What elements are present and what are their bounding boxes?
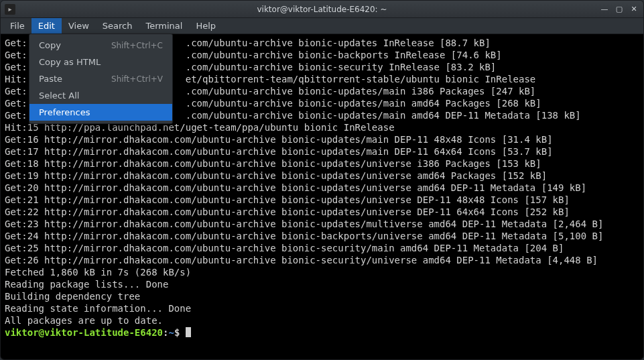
terminal-line: Get:19 http://mirror.dhakacom.com/ubuntu… — [5, 170, 639, 182]
terminal-line: Get:18 http://mirror.dhakacom.com/ubuntu… — [5, 158, 639, 170]
terminal-line: Fetched 1,860 kB in 7s (268 kB/s) — [5, 266, 639, 278]
terminal-line: Get:23 http://mirror.dhakacom.com/ubuntu… — [5, 218, 639, 230]
dropdown-copy-html[interactable]: Copy as HTML — [29, 54, 172, 70]
close-button[interactable]: ✕ — [627, 3, 641, 15]
menu-view[interactable]: View — [62, 18, 96, 34]
terminal-icon: ▸ — [5, 4, 15, 15]
dropdown-label: Select All — [39, 91, 79, 101]
dropdown-copy[interactable]: Copy Shift+Ctrl+C — [29, 37, 172, 54]
dropdown-label: Preferences — [39, 107, 90, 117]
dropdown-shortcut: Shift+Ctrl+C — [111, 41, 163, 50]
terminal-line: Reading state information... Done — [5, 302, 639, 314]
prompt-user-host: viktor@viktor-Latitude-E6420 — [5, 327, 163, 338]
terminal-line: Get:25 http://mirror.dhakacom.com/ubuntu… — [5, 242, 639, 254]
dropdown-shortcut: Shift+Ctrl+V — [111, 74, 163, 84]
dropdown-label: Copy — [39, 40, 61, 50]
terminal-line: All packages are up to date. — [5, 314, 639, 326]
window-title: viktor@viktor-Latitude-E6420: ~ — [257, 5, 387, 14]
terminal-line: Building dependency tree — [5, 290, 639, 302]
terminal-prompt[interactable]: viktor@viktor-Latitude-E6420:~$ — [5, 326, 639, 339]
dropdown-label: Paste — [39, 74, 62, 84]
cursor — [186, 327, 191, 337]
dropdown-preferences[interactable]: Preferences — [29, 104, 172, 121]
terminal-line: Get:20 http://mirror.dhakacom.com/ubuntu… — [5, 182, 639, 194]
terminal-line: Get:16 http://mirror.dhakacom.com/ubuntu… — [5, 133, 639, 145]
menu-terminal[interactable]: Terminal — [139, 18, 189, 34]
dropdown-label: Copy as HTML — [39, 57, 101, 67]
prompt-suffix: $ — [174, 327, 186, 338]
dropdown-paste[interactable]: Paste Shift+Ctrl+V — [29, 70, 172, 87]
menu-edit[interactable]: Edit — [31, 18, 62, 34]
menu-file[interactable]: File — [3, 18, 31, 34]
edit-dropdown: Copy Shift+Ctrl+C Copy as HTML Paste Shi… — [29, 34, 173, 124]
terminal-line: Get:26 http://mirror.dhakacom.com/ubuntu… — [5, 254, 639, 266]
dropdown-select-all[interactable]: Select All — [29, 87, 172, 104]
minimize-button[interactable]: — — [598, 3, 611, 15]
terminal-line: Get:24 http://mirror.dhakacom.com/ubuntu… — [5, 230, 639, 242]
titlebar: ▸ viktor@viktor-Latitude-E6420: ~ — ▢ ✕ — [1, 1, 643, 18]
terminal-line: Reading package lists... Done — [5, 278, 639, 290]
terminal-line: Get:22 http://mirror.dhakacom.com/ubuntu… — [5, 206, 639, 218]
terminal-line: Get:17 http://mirror.dhakacom.com/ubuntu… — [5, 145, 639, 158]
terminal-line: Get:21 http://mirror.dhakacom.com/ubuntu… — [5, 194, 639, 206]
menubar: File Edit View Search Terminal Help — [1, 18, 643, 34]
prompt-path: ~ — [168, 327, 174, 338]
maximize-button[interactable]: ▢ — [613, 3, 626, 15]
menu-search[interactable]: Search — [96, 18, 139, 34]
menu-help[interactable]: Help — [189, 18, 222, 34]
window-controls: — ▢ ✕ — [598, 3, 641, 15]
